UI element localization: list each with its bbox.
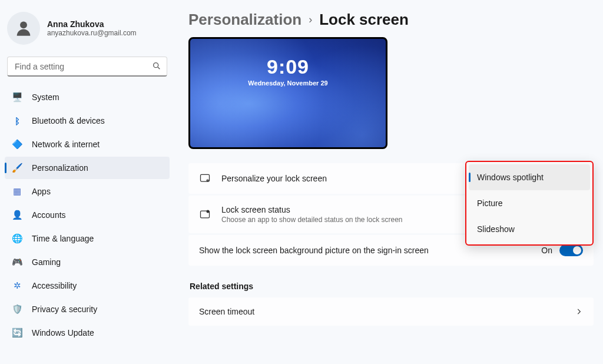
profile-name: Anna Zhukova xyxy=(47,19,137,29)
sidebar-item-time-language[interactable]: 🌐 Time & language xyxy=(5,227,170,250)
shield-icon: 🛡️ xyxy=(12,304,22,315)
sidebar-item-label: Personalization xyxy=(32,163,88,173)
svg-point-0 xyxy=(20,21,27,28)
grid-icon: ▦ xyxy=(12,186,22,197)
chevron-right-icon xyxy=(575,307,583,316)
sidebar-item-accessibility[interactable]: ✲ Accessibility xyxy=(5,274,170,297)
search-box xyxy=(7,57,167,77)
sidebar-item-personalization[interactable]: 🖌️ Personalization xyxy=(5,157,170,179)
profile-block[interactable]: Anna Zhukova anyazhukova.ru@gmail.com xyxy=(5,9,170,54)
lock-screen-icon xyxy=(199,173,211,184)
breadcrumb-parent[interactable]: Personalization xyxy=(188,11,302,29)
sidebar-item-label: Accessibility xyxy=(32,281,77,290)
sidebar-item-label: Accounts xyxy=(32,210,66,220)
svg-rect-5 xyxy=(207,180,208,180)
breadcrumb: Personalization › Lock screen xyxy=(188,11,594,29)
paintbrush-icon: 🖌️ xyxy=(12,163,22,173)
dropdown-option-spotlight[interactable]: Windows spotlight xyxy=(469,164,590,190)
monitor-icon: 🖥️ xyxy=(12,92,22,102)
sidebar-item-accounts[interactable]: 👤 Accounts xyxy=(5,204,170,226)
preview-overlay: 9:09 Wednesday, November 29 xyxy=(190,55,386,87)
sidebar-item-gaming[interactable]: 🎮 Gaming xyxy=(5,251,170,273)
lock-screen-preview: 9:09 Wednesday, November 29 xyxy=(188,37,387,149)
sidebar-item-label: Windows Update xyxy=(32,328,94,337)
nav-list: 🖥️ System ᛒ Bluetooth & devices 🔷 Networ… xyxy=(5,86,170,344)
svg-point-4 xyxy=(207,179,209,181)
page-title: Lock screen xyxy=(319,11,409,29)
sidebar-item-privacy-security[interactable]: 🛡️ Privacy & security xyxy=(5,298,170,320)
screen-timeout-row[interactable]: Screen timeout xyxy=(188,297,594,326)
content-pane: Personalization › Lock screen 9:09 Wedne… xyxy=(174,0,603,364)
sidebar-item-label: Privacy & security xyxy=(32,305,97,314)
sidebar-item-label: Bluetooth & devices xyxy=(32,116,105,125)
sidebar-item-system[interactable]: 🖥️ System xyxy=(5,86,170,108)
update-icon: 🔄 xyxy=(12,327,22,338)
preview-date: Wednesday, November 29 xyxy=(190,80,386,87)
personalize-dropdown: Windows spotlight Picture Slideshow xyxy=(465,161,594,246)
sidebar-item-label: Time & language xyxy=(32,234,94,243)
sidebar-item-label: System xyxy=(32,92,59,102)
svg-point-1 xyxy=(154,63,158,68)
sidebar-item-label: Network & internet xyxy=(32,140,100,149)
sidebar-item-apps[interactable]: ▦ Apps xyxy=(5,180,170,203)
profile-email: anyazhukova.ru@gmail.com xyxy=(47,29,137,37)
person-icon xyxy=(14,18,34,38)
svg-point-7 xyxy=(207,210,210,213)
chevron-right-icon: › xyxy=(309,14,312,26)
sidebar-item-network[interactable]: 🔷 Network & internet xyxy=(5,133,170,155)
person-icon: 👤 xyxy=(12,210,22,220)
settings-list: Personalize your lock screen Windows spo… xyxy=(188,163,594,326)
sidebar-item-bluetooth[interactable]: ᛒ Bluetooth & devices xyxy=(5,110,170,132)
signin-background-toggle[interactable] xyxy=(559,244,583,256)
status-icon xyxy=(199,209,211,220)
dropdown-option-slideshow[interactable]: Slideshow xyxy=(469,216,590,242)
sidebar-item-label: Gaming xyxy=(32,257,61,267)
search-icon xyxy=(152,61,161,71)
card-title: Screen timeout xyxy=(199,307,564,316)
accessibility-icon: ✲ xyxy=(12,280,22,291)
sidebar: Anna Zhukova anyazhukova.ru@gmail.com 🖥️… xyxy=(0,0,174,364)
wifi-icon: 🔷 xyxy=(12,139,22,150)
avatar xyxy=(7,12,40,45)
profile-text: Anna Zhukova anyazhukova.ru@gmail.com xyxy=(47,19,137,37)
related-settings-heading: Related settings xyxy=(190,282,594,291)
sidebar-item-windows-update[interactable]: 🔄 Windows Update xyxy=(5,322,170,344)
gamepad-icon: 🎮 xyxy=(12,257,22,267)
sidebar-item-label: Apps xyxy=(32,187,51,196)
search-input[interactable] xyxy=(7,57,167,77)
svg-line-2 xyxy=(158,67,160,69)
dropdown-option-picture[interactable]: Picture xyxy=(469,190,590,216)
card-title: Show the lock screen background picture … xyxy=(199,246,531,255)
toggle-label: On xyxy=(541,246,552,255)
globe-icon: 🌐 xyxy=(12,233,22,244)
bluetooth-icon: ᛒ xyxy=(12,115,22,126)
preview-time: 9:09 xyxy=(190,55,386,78)
